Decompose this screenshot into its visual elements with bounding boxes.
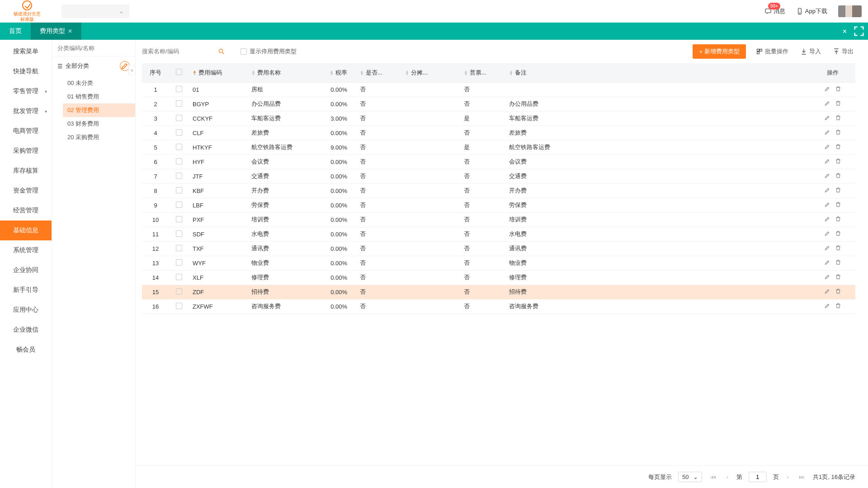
cell-checkbox[interactable] (169, 126, 189, 140)
edit-icon[interactable] (824, 114, 830, 122)
cell-checkbox[interactable] (169, 169, 189, 183)
subnav-item[interactable]: 03 财务费用 (63, 117, 135, 131)
table-row[interactable]: 4CLF差旅费0.00%否否差旅费 (142, 126, 855, 140)
edit-icon[interactable] (824, 215, 830, 223)
table-row[interactable]: 14XLF修理费0.00%否否修理费 (142, 270, 855, 285)
category-search-input[interactable] (57, 45, 133, 52)
close-icon[interactable]: ✕ (68, 28, 72, 34)
mainnav-item[interactable]: 企业协同 (0, 260, 52, 280)
tab-close-button[interactable]: ✕ (838, 25, 851, 38)
edit-icon[interactable] (824, 201, 830, 208)
cell-checkbox[interactable] (169, 270, 189, 285)
col-checkbox[interactable] (169, 63, 189, 82)
table-row[interactable]: 11SDF水电费0.00%否否水电费 (142, 227, 855, 241)
cell-checkbox[interactable] (169, 212, 189, 227)
delete-icon[interactable] (835, 230, 841, 237)
col-rate[interactable]: ▲▼税率 (320, 63, 356, 82)
mainnav-item[interactable]: 系统管理 (0, 240, 52, 260)
search-icon[interactable] (218, 48, 225, 55)
table-row[interactable]: 2BGYP办公用品费0.00%否否办公用品费 (142, 97, 855, 111)
table-row[interactable]: 5HTKYF航空铁路客运费9.00%否是航空铁路客运费 (142, 140, 855, 155)
cell-checkbox[interactable] (169, 140, 189, 155)
cell-checkbox[interactable] (169, 285, 189, 299)
mainnav-item[interactable]: 采购管理 (0, 141, 52, 161)
table-row[interactable]: 10PXF培训费0.00%否否培训费 (142, 212, 855, 227)
delete-icon[interactable] (835, 143, 841, 150)
subnav-item[interactable]: 00 未分类 (63, 76, 135, 90)
fullscreen-icon[interactable] (853, 25, 865, 38)
edit-icon[interactable] (824, 99, 830, 107)
table-row[interactable]: 15ZDF招待费0.00%否否招待费 (142, 285, 855, 299)
edit-icon[interactable] (824, 302, 830, 310)
search-input[interactable] (142, 48, 214, 55)
col-bool1[interactable]: ▲▼是否... (356, 63, 401, 82)
mainnav-item[interactable]: 库存核算 (0, 161, 52, 181)
delete-icon[interactable] (835, 157, 841, 165)
collapse-icon[interactable]: « (128, 65, 136, 75)
delete-icon[interactable] (835, 128, 841, 136)
edit-icon[interactable] (824, 85, 830, 93)
messages-button[interactable]: 99+ 消息 (764, 7, 785, 15)
app-download-button[interactable]: App下载 (796, 7, 827, 15)
last-page-button[interactable]: ⏭ (797, 473, 807, 481)
table-row[interactable]: 16ZXFWF咨询服务费0.00%否否咨询服务费 (142, 299, 855, 314)
edit-icon[interactable] (824, 244, 830, 252)
delete-icon[interactable] (835, 99, 841, 107)
edit-icon[interactable] (824, 186, 830, 194)
mainnav-item[interactable]: 基础信息 (0, 221, 52, 240)
delete-icon[interactable] (835, 302, 841, 310)
export-button[interactable]: 导出 (831, 45, 855, 58)
next-page-button[interactable]: › (785, 473, 791, 481)
cell-checkbox[interactable] (169, 198, 189, 212)
delete-icon[interactable] (835, 244, 841, 252)
create-button[interactable]: + 新增费用类型 (693, 44, 746, 59)
import-button[interactable]: 导入 (798, 45, 823, 58)
org-selector[interactable]: ⌄ (61, 5, 129, 18)
cell-checkbox[interactable] (169, 183, 189, 198)
mainnav-item[interactable]: 零售管理▾ (0, 81, 52, 101)
mainnav-item[interactable]: 新手引导 (0, 280, 52, 300)
delete-icon[interactable] (835, 172, 841, 179)
delete-icon[interactable] (835, 215, 841, 223)
col-code[interactable]: ▲▼费用编码 (189, 63, 248, 82)
col-bool3[interactable]: ▲▼普票... (460, 63, 505, 82)
delete-icon[interactable] (835, 258, 841, 266)
table-row[interactable]: 101房租0.00%否否 (142, 82, 855, 97)
cell-checkbox[interactable] (169, 227, 189, 241)
page-input[interactable] (749, 472, 767, 482)
cell-checkbox[interactable] (169, 155, 189, 169)
show-disabled-checkbox[interactable]: 显示停用费用类型 (241, 47, 297, 56)
edit-icon[interactable] (824, 128, 830, 136)
cell-checkbox[interactable] (169, 97, 189, 111)
mainnav-item[interactable]: 经营管理 (0, 201, 52, 221)
tab-home[interactable]: 首页 (0, 23, 31, 40)
delete-icon[interactable] (835, 273, 841, 281)
mainnav-item[interactable]: 企业微信 (0, 320, 52, 340)
mainnav-item[interactable]: 应用中心 (0, 300, 52, 320)
col-name[interactable]: ▲▼费用名称 (248, 63, 320, 82)
cell-checkbox[interactable] (169, 256, 189, 270)
per-page-select[interactable]: 50 ⌄ (678, 472, 702, 482)
edit-icon[interactable] (824, 287, 830, 295)
cell-checkbox[interactable] (169, 299, 189, 314)
cell-checkbox[interactable] (169, 82, 189, 97)
cell-checkbox[interactable] (169, 111, 189, 126)
first-page-button[interactable]: ⏮ (708, 473, 718, 481)
delete-icon[interactable] (835, 186, 841, 194)
edit-icon[interactable] (824, 258, 830, 266)
edit-icon[interactable] (824, 273, 830, 281)
table-row[interactable]: 6HYF会议费0.00%否否会议费 (142, 155, 855, 169)
table-row[interactable]: 3CCKYF车船客运费3.00%否是车船客运费 (142, 111, 855, 126)
table-row[interactable]: 8KBF开办费0.00%否否开办费 (142, 183, 855, 198)
table-row[interactable]: 12TXF通讯费0.00%否否通讯费 (142, 241, 855, 256)
table-row[interactable]: 13WYF物业费0.00%否否物业费 (142, 256, 855, 270)
subnav-item[interactable]: 02 管理费用 (63, 103, 135, 117)
mainnav-item[interactable]: 搜索菜单 (0, 42, 52, 61)
delete-icon[interactable] (835, 287, 841, 295)
edit-icon[interactable] (824, 172, 830, 179)
cell-checkbox[interactable] (169, 241, 189, 256)
subnav-item[interactable]: 01 销售费用 (63, 90, 135, 103)
delete-icon[interactable] (835, 114, 841, 122)
delete-icon[interactable] (835, 201, 841, 208)
subnav-item[interactable]: 20 采购费用 (63, 131, 135, 144)
